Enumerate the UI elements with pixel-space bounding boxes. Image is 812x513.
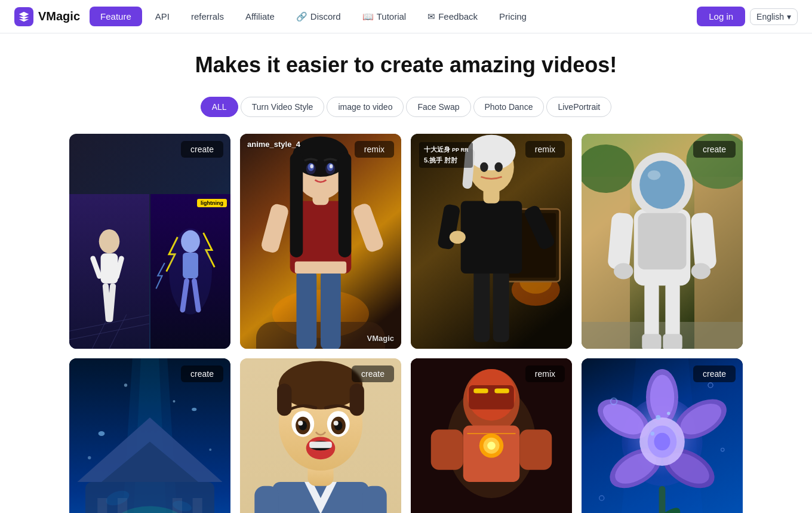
svg-rect-43 [493,269,509,342]
card-4-bg [582,134,743,349]
svg-point-5 [99,229,120,253]
page-title: Makes it easier to create amazing videos… [69,53,743,78]
svg-point-147 [650,374,675,420]
card-5-create-button[interactable]: create [181,365,223,382]
svg-point-160 [667,412,670,415]
svg-point-90 [124,383,127,386]
card-2-style-label: anime_style_4 [247,140,300,149]
svg-rect-62 [642,334,661,349]
tab-image-to-video[interactable]: image to video [327,97,404,117]
card-2-bg [240,134,401,349]
video-card-6[interactable]: create [240,358,401,513]
svg-rect-57 [582,322,743,349]
video-card-1[interactable]: lightning create [69,134,230,349]
chevron-down-icon: ▾ [787,12,791,21]
svg-rect-133 [494,388,509,393]
svg-point-89 [192,408,196,411]
referrals-nav-link[interactable]: referrals [183,7,232,26]
login-button[interactable]: Log in [697,7,745,26]
svg-rect-107 [277,383,291,416]
logo-text: VMagic [38,10,80,23]
video-card-7[interactable]: remix [411,358,572,513]
svg-point-47 [450,231,466,244]
svg-point-74 [648,170,661,180]
video-card-4[interactable]: create [582,134,743,349]
svg-rect-129 [519,429,552,470]
svg-rect-44 [461,201,522,274]
language-selector[interactable]: English ▾ [750,8,798,25]
svg-point-161 [650,432,654,436]
svg-rect-101 [362,486,387,513]
card-8-create-button[interactable]: create [693,365,736,382]
svg-point-52 [480,162,488,172]
api-nav-link[interactable]: API [147,7,178,26]
svg-point-158 [654,433,670,451]
discord-nav-link[interactable]: 🔗 Discord [288,7,349,27]
card-3-chinese-text: 十大近身 PP RR5.挑手 肘肘 [419,142,473,168]
svg-rect-63 [663,334,682,349]
card-2-remix-button[interactable]: remix [355,141,394,158]
lightning-badge: lightning [197,199,227,207]
discord-icon: 🔗 [296,11,307,22]
svg-rect-42 [473,269,490,342]
svg-rect-30 [339,153,352,258]
feedback-icon: ✉ [427,11,435,22]
card-1-create-button[interactable]: create [181,141,223,158]
video-card-8[interactable]: create [582,358,743,513]
logo[interactable]: VMagic [14,7,80,26]
svg-rect-20 [297,269,317,349]
tab-turn-video-style[interactable]: Turn Video Style [241,97,325,117]
tab-photo-dance[interactable]: Photo Dance [473,97,545,117]
tab-all[interactable]: ALL [201,97,238,117]
tab-face-swap[interactable]: Face Swap [406,97,470,117]
svg-point-93 [209,449,211,451]
split-left [69,194,149,349]
feedback-nav-link[interactable]: ✉ Feedback [419,7,486,27]
logo-icon [14,7,33,26]
svg-point-53 [494,162,503,172]
tutorial-icon: 📖 [362,11,374,22]
svg-rect-23 [295,262,346,274]
pricing-nav-link[interactable]: Pricing [491,7,535,26]
card-6-create-button[interactable]: create [352,365,394,382]
svg-point-36 [330,164,333,168]
svg-rect-132 [473,388,488,393]
svg-rect-108 [350,383,364,416]
svg-rect-75 [638,213,687,270]
svg-point-159 [656,415,660,420]
svg-point-70 [691,263,710,279]
svg-rect-162 [659,486,666,513]
svg-point-72 [639,161,685,209]
svg-point-92 [88,456,91,459]
svg-rect-100 [254,486,279,513]
svg-point-115 [298,420,303,425]
svg-point-16 [169,228,212,314]
svg-rect-119 [309,442,332,449]
card-3-remix-button[interactable]: remix [525,141,565,158]
svg-rect-6 [101,253,118,283]
svg-point-69 [614,263,633,279]
svg-point-91 [173,400,175,403]
split-right: lightning [150,194,230,349]
svg-rect-85 [193,498,202,513]
tutorial-nav-link[interactable]: 📖 Tutorial [354,7,414,27]
svg-point-35 [310,164,313,168]
svg-rect-29 [290,153,303,258]
svg-rect-128 [431,429,463,470]
feature-nav-button[interactable]: Feature [90,7,142,26]
card-4-create-button[interactable]: create [693,141,736,158]
video-grid: lightning create [69,134,743,513]
category-tabs: ALL Turn Video Style image to video Face… [69,97,743,117]
svg-rect-82 [97,498,107,513]
video-card-5[interactable]: create [69,358,230,513]
tab-liveportrait[interactable]: LivePortrait [546,97,611,117]
card-7-remix-button[interactable]: remix [525,365,565,382]
svg-point-88 [99,431,105,436]
video-card-3[interactable]: 十大近身 PP RR5.挑手 肘肘 remix [411,134,572,349]
svg-point-116 [334,420,339,425]
card-2-watermark: VMagic [367,334,394,343]
affiliate-nav-link[interactable]: Affiliate [237,7,283,26]
svg-point-127 [487,442,496,450]
svg-rect-21 [321,269,341,349]
video-card-2[interactable]: anime_style_4 VMagic remix [240,134,401,349]
